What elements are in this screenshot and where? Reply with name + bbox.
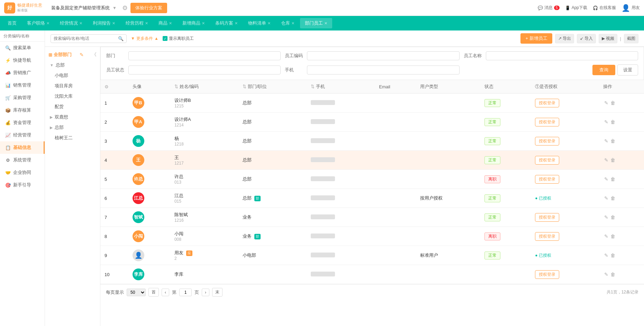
auth-login-btn[interactable]: 授权登录: [535, 137, 559, 146]
filter-phone-input[interactable]: [307, 65, 459, 74]
auth-login-btn[interactable]: 授权登录: [535, 175, 559, 184]
sidebar-item-新手引导[interactable]: 🎯新手引导: [0, 179, 45, 191]
user-avatar[interactable]: 👤 用友: [622, 4, 640, 12]
auth-login-btn[interactable]: 授权登录: [535, 213, 559, 222]
nav-tab-利润报告[interactable]: 利润报告✕: [88, 18, 120, 28]
dept-all-label[interactable]: ⊞ 全部部门: [48, 52, 72, 58]
edit-btn[interactable]: ✎: [604, 119, 608, 125]
delete-btn[interactable]: 🗑: [610, 214, 615, 220]
screenshot-button[interactable]: 截图: [624, 34, 638, 43]
filter-set-btn[interactable]: 设置: [617, 64, 638, 76]
app-download-icon[interactable]: 📱 App下载: [565, 5, 587, 11]
edit-btn[interactable]: ✎: [604, 195, 608, 201]
show-inactive-checkbox[interactable]: ✓: [163, 36, 167, 41]
message-icon[interactable]: 💬 消息 5: [538, 5, 560, 11]
nav-tab-经营情况[interactable]: 经营情况✕: [55, 18, 87, 28]
delete-btn[interactable]: 🗑: [610, 119, 615, 125]
nav-tab-条码方案[interactable]: 条码方案✕: [210, 18, 243, 28]
sidebar-item-采购管理[interactable]: 🛒采购管理: [0, 91, 45, 104]
tab-close-icon[interactable]: ✕: [235, 21, 238, 26]
filter-empcode-input[interactable]: [307, 51, 459, 60]
edit-btn[interactable]: ✎: [604, 272, 608, 277]
nav-tab-仓库[interactable]: 仓库✕: [276, 18, 299, 28]
auth-login-btn[interactable]: 授权登录: [535, 118, 559, 126]
first-page-btn[interactable]: 首: [148, 288, 159, 297]
tab-close-icon[interactable]: ✕: [291, 21, 294, 26]
sidebar-item-销售管理[interactable]: 📊销售管理: [0, 79, 45, 91]
tab-close-icon[interactable]: ✕: [267, 21, 271, 26]
online-service-icon[interactable]: 🎧 在线客服: [593, 5, 616, 11]
edit-btn[interactable]: ✎: [604, 100, 608, 106]
tab-close-icon[interactable]: ✕: [324, 21, 327, 26]
sidebar-item-企业协同[interactable]: 🤝企业协同: [0, 166, 45, 179]
nav-tab-经营历程[interactable]: 经营历程✕: [121, 18, 153, 28]
dept-tree-item[interactable]: 配货: [45, 102, 100, 112]
delete-btn[interactable]: 🗑: [610, 195, 615, 201]
delete-btn[interactable]: 🗑: [610, 100, 615, 106]
settings-icon[interactable]: ⚙: [122, 4, 128, 12]
edit-btn[interactable]: ✎: [604, 214, 608, 220]
sort-icon[interactable]: ⇅: [174, 84, 178, 89]
delete-btn[interactable]: 🗑: [610, 157, 615, 163]
per-page-select[interactable]: 50 100: [127, 289, 146, 296]
dept-collapse-icon[interactable]: 《: [92, 52, 97, 58]
dept-tree-item[interactable]: ▶ 总部: [45, 122, 100, 133]
search-input[interactable]: [54, 36, 116, 41]
dept-tree-item[interactable]: 沈阳大库: [45, 91, 100, 102]
dept-tree-item[interactable]: ▶ 双鹿想: [45, 112, 100, 122]
delete-btn[interactable]: 🗑: [610, 176, 615, 182]
system-name-arrow[interactable]: ▼: [112, 6, 117, 10]
auth-login-btn[interactable]: 授权登录: [535, 99, 559, 107]
sidebar-item-营销推广[interactable]: 📣营销推广: [0, 67, 45, 79]
page-input[interactable]: [179, 289, 192, 296]
more-filter-btn[interactable]: ▼ 更多条件 ▲: [131, 36, 158, 42]
dept-tree-item[interactable]: 项目库房: [45, 81, 100, 91]
sidebar-item-快捷导航[interactable]: ⚡快捷导航: [0, 54, 45, 67]
video-button[interactable]: ▶ 视频: [599, 34, 617, 43]
edit-btn[interactable]: ✎: [604, 176, 608, 182]
edit-btn[interactable]: ✎: [604, 253, 608, 258]
edit-btn[interactable]: ✎: [604, 138, 608, 144]
filter-status-select[interactable]: [128, 65, 281, 74]
tab-close-icon[interactable]: ✕: [169, 21, 172, 26]
auth-login-btn[interactable]: 授权登录: [535, 156, 559, 165]
delete-btn[interactable]: 🗑: [610, 253, 615, 258]
settings-col-icon[interactable]: ⚙: [105, 84, 109, 89]
nav-tab-商品[interactable]: 商品✕: [154, 18, 177, 28]
sidebar-item-搜索菜单[interactable]: 🔍搜索菜单: [0, 42, 45, 54]
tab-close-icon[interactable]: ✕: [79, 21, 82, 26]
auth-login-btn[interactable]: 授权登录: [535, 232, 559, 241]
sidebar-item-库存核算[interactable]: 📦库存核算: [0, 104, 45, 116]
search-icon[interactable]: 🔍: [118, 36, 124, 41]
nav-tab-新增商品[interactable]: 新增商品✕: [178, 18, 210, 28]
filter-dept-select[interactable]: [128, 51, 281, 60]
sidebar-search-input[interactable]: [3, 34, 45, 38]
sidebar-item-资金管理[interactable]: 💰资金管理: [0, 116, 45, 129]
sort-icon[interactable]: ⇅: [243, 84, 246, 89]
tab-close-icon[interactable]: ✕: [46, 21, 49, 26]
nav-tab-首页[interactable]: 首页: [3, 18, 21, 28]
edit-btn[interactable]: ✎: [604, 157, 608, 163]
next-page-btn[interactable]: ›: [202, 289, 209, 296]
delete-btn[interactable]: 🗑: [610, 138, 615, 144]
last-page-btn[interactable]: 末: [212, 288, 223, 297]
sidebar-item-经营管理[interactable]: 📈经营管理: [0, 129, 45, 141]
nav-tab-物料清单[interactable]: 物料清单✕: [243, 18, 275, 28]
sort-icon[interactable]: ⇅: [311, 84, 315, 89]
tab-close-icon[interactable]: ✕: [145, 21, 148, 26]
sidebar-item-系统管理[interactable]: ⚙系统管理: [0, 154, 45, 166]
sidebar-item-基础信息[interactable]: 📋基础信息: [0, 141, 45, 154]
edit-btn[interactable]: ✎: [604, 234, 608, 239]
add-employee-button[interactable]: + 新增员工: [520, 33, 552, 44]
trial-button[interactable]: 体验行业方案: [130, 3, 167, 13]
auth-login-btn[interactable]: 授权登录: [535, 270, 559, 279]
filter-empname-input[interactable]: [486, 51, 638, 60]
nav-tab-客户联络[interactable]: 客户联络✕: [22, 18, 54, 28]
prev-page-btn[interactable]: ‹: [162, 289, 169, 296]
delete-btn[interactable]: 🗑: [610, 272, 615, 277]
tab-close-icon[interactable]: ✕: [202, 21, 205, 26]
filter-search-btn[interactable]: 查询: [592, 65, 615, 75]
nav-tab-部门员工[interactable]: 部门员工✕: [300, 18, 332, 28]
delete-btn[interactable]: 🗑: [610, 234, 615, 239]
import-button[interactable]: ↙ 导入: [577, 34, 596, 43]
